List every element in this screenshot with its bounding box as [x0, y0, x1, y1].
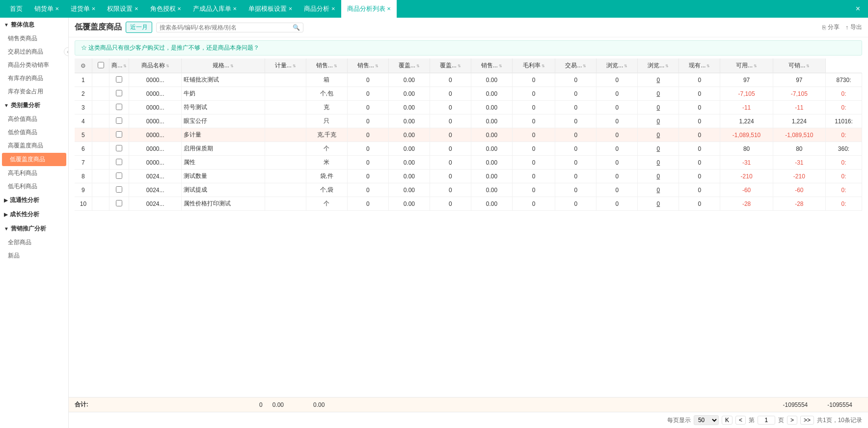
sidebar-item-sales-products[interactable]: 销售类商品 [0, 32, 68, 45]
row-browse1-9[interactable]: 0 [638, 197, 679, 211]
col-name[interactable]: 商品名称⇅ [129, 58, 182, 73]
row-browse1-2[interactable]: 0 [638, 101, 679, 114]
row-select-3[interactable] [116, 117, 122, 124]
row-settings-1[interactable] [92, 87, 109, 101]
row-settings-5[interactable] [92, 142, 109, 156]
page-title: 低覆盖度商品 [75, 22, 122, 32]
row-select-0[interactable] [116, 76, 122, 83]
col-browse2[interactable]: 浏览...⇅ [638, 58, 679, 73]
row-select-6[interactable] [116, 159, 122, 165]
col-sellable[interactable]: 可销...⇅ [773, 58, 825, 73]
row-browse1-5[interactable]: 0 [638, 142, 679, 156]
row-checkbox-4[interactable] [109, 128, 129, 142]
last-page-button[interactable]: >> [800, 416, 814, 425]
col-settings[interactable]: ⚙ [75, 58, 92, 73]
row-browse1-8[interactable]: 0 [638, 183, 679, 197]
row-settings-8[interactable] [92, 183, 109, 197]
col-browse1[interactable]: 浏览...⇅ [597, 58, 638, 73]
nav-product-analysis[interactable]: 商品分析 × [298, 0, 341, 18]
sidebar-item-low-value[interactable]: 低价值商品 [0, 126, 68, 139]
search-icon[interactable]: 🔍 [293, 24, 300, 31]
col-transaction[interactable]: 交易...⇅ [555, 58, 597, 73]
close-button[interactable]: × [852, 4, 864, 13]
row-settings-9[interactable] [92, 197, 109, 211]
sidebar-item-high-margin[interactable]: 高毛利商品 [0, 167, 68, 180]
sidebar-item-stocked-products[interactable]: 有库存的商品 [0, 72, 68, 85]
per-page-select[interactable]: 50 20 100 [694, 415, 719, 425]
col-available-stock[interactable]: 可用...⇅ [720, 58, 773, 73]
sidebar-item-high-coverage[interactable]: 高覆盖度商品 [0, 139, 68, 152]
row-select-7[interactable] [116, 172, 122, 179]
col-sales-other[interactable]: 销售...⇅ [471, 58, 512, 73]
row-select-4[interactable] [116, 131, 122, 138]
next-page-button[interactable]: > [787, 416, 797, 425]
col-spec[interactable]: 规格...⇅ [182, 58, 265, 73]
row-settings-0[interactable] [92, 73, 109, 87]
col-unit[interactable]: 计量...⇅ [265, 58, 306, 73]
row-settings-7[interactable] [92, 170, 109, 183]
sidebar-item-low-margin[interactable]: 低毛利商品 [0, 180, 68, 193]
col-current-stock[interactable]: 现有...⇅ [679, 58, 720, 73]
sidebar-section-category[interactable]: ▼ 类别量分析 [0, 98, 68, 113]
sidebar-item-high-value[interactable]: 高价值商品 [0, 113, 68, 126]
row-checkbox-5[interactable] [109, 142, 129, 156]
row-browse1-3[interactable]: 0 [638, 114, 679, 128]
nav-purchase[interactable]: 进货单 × [65, 0, 101, 18]
search-input[interactable] [160, 24, 291, 31]
col-coverage2[interactable]: 覆盖...⇅ [430, 58, 471, 73]
col-sales-amount[interactable]: 销售...⇅ [347, 58, 388, 73]
row-settings-6[interactable] [92, 156, 109, 170]
row-select-2[interactable] [116, 104, 122, 110]
sidebar-item-all-products[interactable]: 全部商品 [0, 236, 68, 249]
period-button[interactable]: 近一月 [126, 22, 152, 33]
nav-product-warehouse[interactable]: 产成品入库单 × [187, 0, 243, 18]
select-all-checkbox[interactable] [98, 62, 104, 68]
nav-sales[interactable]: 销货单 × [28, 0, 65, 18]
nav-template-settings[interactable]: 单据模板设置 × [243, 0, 298, 18]
row-checkbox-6[interactable] [109, 156, 129, 170]
col-coverage1[interactable]: 覆盖...⇅ [388, 58, 430, 73]
sidebar-section-growth[interactable]: ▶ 成长性分析 [0, 207, 68, 222]
nav-roles[interactable]: 角色授权 × [144, 0, 187, 18]
row-browse1-4[interactable]: 0 [638, 128, 679, 142]
row-settings-2[interactable] [92, 101, 109, 114]
row-select-5[interactable] [116, 145, 122, 151]
sidebar-section-circulation[interactable]: ▶ 流通性分析 [0, 193, 68, 207]
col-sales-qty[interactable]: 销售...⇅ [306, 58, 347, 73]
row-select-8[interactable] [116, 186, 122, 193]
row-code-3: 0000... [129, 114, 182, 128]
row-settings-3[interactable] [92, 114, 109, 128]
col-code[interactable]: 商...⇅ [109, 58, 129, 73]
row-checkbox-1[interactable] [109, 87, 129, 101]
sidebar-section-marketing[interactable]: ▼ 营销推广分析 [0, 222, 68, 236]
page-number-input[interactable] [758, 416, 775, 425]
col-checkbox[interactable] [92, 58, 109, 73]
nav-home[interactable]: 首页 [4, 0, 28, 18]
sidebar-section-overall[interactable]: ▼ 整体信息 [0, 18, 68, 32]
export-button[interactable]: ↑ 导出 [845, 23, 862, 31]
col-gross-margin[interactable]: 毛利率⇅ [512, 58, 555, 73]
first-page-button[interactable]: K [722, 416, 732, 425]
row-browse1-1[interactable]: 0 [638, 87, 679, 101]
row-select-9[interactable] [116, 200, 122, 206]
row-checkbox-8[interactable] [109, 183, 129, 197]
row-select-1[interactable] [116, 90, 122, 96]
row-checkbox-9[interactable] [109, 197, 129, 211]
row-checkbox-7[interactable] [109, 170, 129, 183]
sidebar-item-category-rate[interactable]: 商品分类动销率 [0, 58, 68, 72]
sidebar-item-low-coverage[interactable]: 低覆盖度商品 [2, 153, 66, 166]
sidebar-item-traded-products[interactable]: 交易过的商品 [0, 45, 68, 58]
nav-permissions[interactable]: 权限设置 × [101, 0, 144, 18]
row-settings-4[interactable] [92, 128, 109, 142]
row-checkbox-3[interactable] [109, 114, 129, 128]
sidebar-item-new-products[interactable]: 新品 [0, 249, 68, 262]
row-checkbox-0[interactable] [109, 73, 129, 87]
prev-page-button[interactable]: < [735, 416, 746, 425]
row-browse1-7[interactable]: 0 [638, 170, 679, 183]
row-browse1-6[interactable]: 0 [638, 156, 679, 170]
row-checkbox-2[interactable] [109, 101, 129, 114]
row-browse1-0[interactable]: 0 [638, 73, 679, 87]
sidebar-item-inventory-capital[interactable]: 库存资金占用 [0, 85, 68, 98]
share-button[interactable]: ⎘ 分享 [822, 23, 840, 31]
nav-product-analysis-list[interactable]: 商品分析列表 × [341, 0, 397, 18]
